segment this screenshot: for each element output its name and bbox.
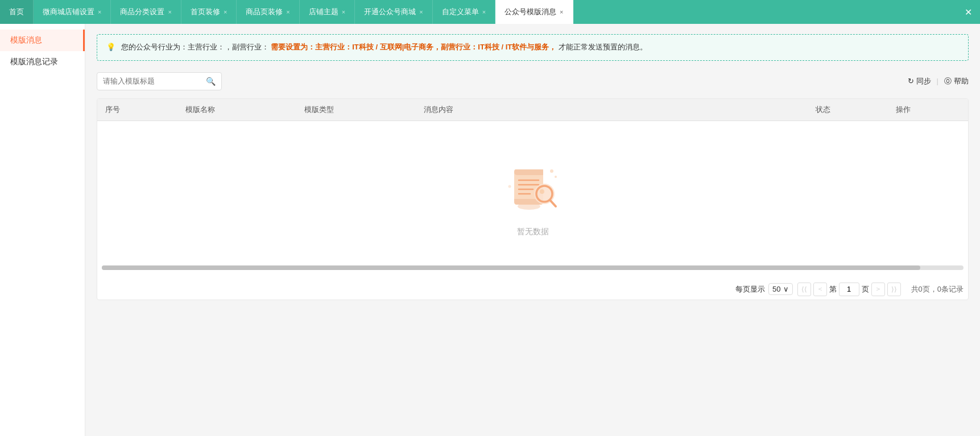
nav-wshop-label: 微商城店铺设置 — [43, 7, 94, 17]
svg-point-10 — [555, 176, 557, 178]
nav-open-public-mall-label: 开通公众号商城 — [364, 7, 416, 17]
table-header: 序号 模版名称 模版类型 消息内容 状态 操作 — [97, 99, 968, 121]
svg-point-9 — [550, 169, 553, 173]
sync-icon: ↻ — [908, 77, 914, 85]
nav-shop-theme[interactable]: 店铺主题 × — [300, 0, 355, 24]
help-label: 帮助 — [954, 76, 969, 86]
close-all-button[interactable]: ✕ — [957, 7, 980, 18]
horizontal-scrollbar[interactable] — [102, 265, 964, 270]
prev-page-button[interactable]: ＜ — [813, 283, 827, 296]
search-actions: ↻ 同步 | ⓪ 帮助 — [908, 76, 969, 86]
search-input[interactable] — [103, 77, 206, 85]
sidebar-item-template-message[interactable]: 模版消息 — [0, 30, 85, 51]
nav-product-decoration[interactable]: 商品页装修 × — [237, 0, 299, 24]
sync-button[interactable]: ↻ 同步 — [908, 76, 931, 86]
nav-shop-theme-label: 店铺主题 — [309, 7, 338, 17]
empty-text: 暂无数据 — [517, 227, 549, 237]
page-number-input[interactable] — [839, 283, 859, 296]
top-nav: 首页 微商城店铺设置 × 商品分类设置 × 首页装修 × 商品页装修 × 店铺主… — [0, 0, 980, 24]
chevron-down-icon: ∨ — [783, 285, 789, 293]
sidebar-template-message-label: 模版消息 — [10, 35, 42, 44]
close-icon[interactable]: × — [224, 9, 227, 15]
notice-icon: 💡 — [106, 43, 115, 51]
page-size-value: 50 — [772, 285, 780, 293]
close-icon[interactable]: × — [168, 9, 171, 15]
page-nav: ⟨⟨ ＜ 第 页 ＞ ⟩⟩ — [797, 283, 901, 296]
col-name: 模版名称 — [177, 99, 296, 121]
nav-template-message-label: 公众号模版消息 — [505, 7, 556, 17]
close-icon[interactable]: × — [286, 9, 290, 15]
svg-point-11 — [508, 185, 511, 188]
nav-homepage-label: 首页装修 — [191, 7, 220, 17]
notice-suffix: 才能正常发送预置的消息。 — [559, 43, 647, 51]
total-info: 共0页，0条记录 — [911, 284, 964, 294]
nav-product-decoration-label: 商品页装修 — [246, 7, 283, 17]
last-page-button[interactable]: ⟩⟩ — [887, 283, 901, 296]
sync-label: 同步 — [916, 76, 931, 86]
close-icon[interactable]: × — [419, 9, 423, 15]
table-container: 序号 模版名称 模版类型 消息内容 状态 操作 — [97, 98, 969, 300]
data-table: 序号 模版名称 模版类型 消息内容 状态 操作 — [97, 99, 968, 260]
notice-highlight: 需要设置为：主营行业：IT科技 / 互联网|电子商务，副营行业：IT科技 / I… — [271, 43, 556, 51]
next-page-button[interactable]: ＞ — [871, 283, 885, 296]
nav-homepage-decoration[interactable]: 首页装修 × — [181, 0, 237, 24]
page-size-label: 每页显示 — [735, 284, 765, 294]
close-icon[interactable]: × — [560, 9, 563, 15]
nav-wshop-settings[interactable]: 微商城店铺设置 × — [34, 0, 111, 24]
search-bar: 🔍 ↻ 同步 | ⓪ 帮助 — [97, 72, 969, 90]
empty-state: 暂无数据 — [97, 121, 968, 260]
col-action: 操作 — [888, 99, 968, 121]
scrollbar-area — [97, 260, 968, 277]
close-icon[interactable]: × — [482, 9, 486, 15]
sidebar-item-template-record[interactable]: 模版消息记录 — [0, 51, 85, 73]
nav-home-label: 首页 — [9, 7, 24, 17]
table-body: 暂无数据 — [97, 121, 968, 260]
help-button[interactable]: ⓪ 帮助 — [944, 76, 969, 86]
sidebar-template-record-label: 模版消息记录 — [10, 57, 58, 66]
notice-box: 💡 您的公众号行业为：主营行业：，副营行业： 需要设置为：主营行业：IT科技 /… — [97, 34, 969, 61]
page-size-select: 每页显示 50 ∨ — [735, 283, 792, 295]
divider: | — [937, 77, 938, 85]
pagination: 每页显示 50 ∨ ⟨⟨ ＜ 第 页 ＞ ⟩⟩ — [97, 277, 968, 300]
search-input-wrap[interactable]: 🔍 — [97, 72, 222, 90]
notice-prefix: 您的公众号行业为：主营行业：，副营行业： — [121, 43, 269, 51]
nav-product-category[interactable]: 商品分类设置 × — [111, 0, 181, 24]
nav-custom-menu[interactable]: 自定义菜单 × — [433, 0, 495, 24]
first-page-button[interactable]: ⟨⟨ — [797, 283, 811, 296]
col-status: 状态 — [808, 99, 888, 121]
svg-point-8 — [540, 189, 544, 194]
page-input-wrap: 第 页 — [829, 283, 869, 296]
content-area: 💡 您的公众号行业为：主营行业：，副营行业： 需要设置为：主营行业：IT科技 /… — [85, 24, 980, 436]
nav-open-public-mall[interactable]: 开通公众号商城 × — [355, 0, 432, 24]
col-index: 序号 — [97, 99, 177, 121]
goto-suffix: 页 — [862, 284, 869, 294]
col-type: 模版类型 — [296, 99, 415, 121]
col-content: 消息内容 — [416, 99, 808, 121]
svg-line-7 — [550, 200, 556, 206]
main-layout: 模版消息 模版消息记录 💡 您的公众号行业为：主营行业：，副营行业： 需要设置为… — [0, 24, 980, 436]
page-size-dropdown[interactable]: 50 ∨ — [768, 283, 792, 295]
scrollbar-thumb — [102, 265, 920, 270]
nav-template-message[interactable]: 公众号模版消息 × — [495, 0, 573, 24]
search-icon[interactable]: 🔍 — [206, 77, 216, 86]
empty-illustration — [502, 155, 564, 218]
nav-product-category-label: 商品分类设置 — [120, 7, 164, 17]
goto-prefix: 第 — [829, 284, 837, 294]
close-icon[interactable]: × — [342, 9, 345, 15]
help-icon: ⓪ — [944, 76, 952, 86]
sidebar: 模版消息 模版消息记录 — [0, 24, 85, 436]
nav-custom-menu-label: 自定义菜单 — [442, 7, 479, 17]
close-icon[interactable]: × — [98, 9, 101, 15]
nav-home[interactable]: 首页 — [0, 0, 34, 24]
